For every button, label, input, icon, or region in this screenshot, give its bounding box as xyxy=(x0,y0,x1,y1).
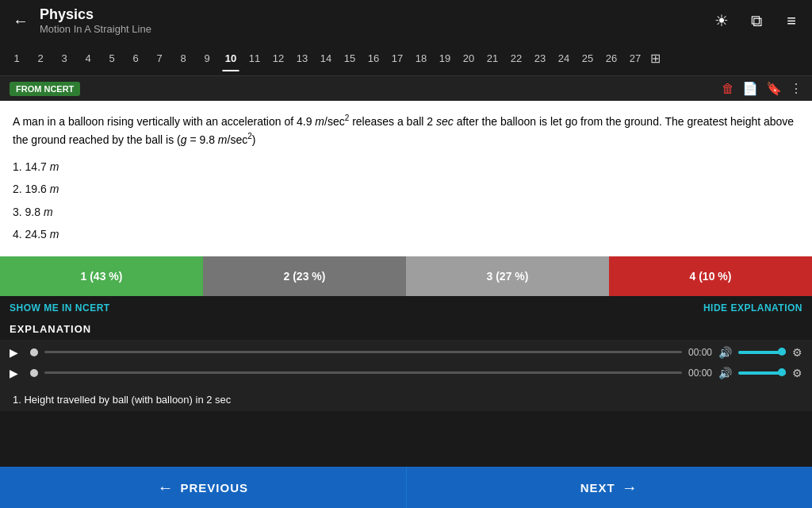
next-button[interactable]: NEXT → xyxy=(407,467,813,508)
question-grid-icon[interactable]: ⊞ xyxy=(650,51,661,66)
question-num-24[interactable]: 24 xyxy=(552,50,576,67)
question-num-25[interactable]: 25 xyxy=(576,50,599,67)
question-num-21[interactable]: 21 xyxy=(481,50,504,67)
filter-icon[interactable]: ≡ xyxy=(780,12,802,30)
audio-seek-dot-2 xyxy=(30,369,38,377)
volume-circle-2 xyxy=(778,368,786,376)
question-num-9[interactable]: 9 xyxy=(195,50,219,67)
volume-icon-1[interactable]: 🔊 xyxy=(718,346,732,359)
question-num-12[interactable]: 12 xyxy=(266,50,290,67)
question-num-22[interactable]: 22 xyxy=(504,50,528,67)
option-item[interactable]: 1. 14.7 m xyxy=(13,156,799,177)
volume-bar-1[interactable] xyxy=(738,351,786,354)
question-num-3[interactable]: 3 xyxy=(52,50,76,67)
question-num-18[interactable]: 18 xyxy=(409,50,433,67)
answer-btn-gray2[interactable]: 3 (27 %) xyxy=(406,256,609,296)
bottom-nav: ← PREVIOUS NEXT → xyxy=(0,467,812,508)
audio-player-1: ▶ 00:00 🔊 ⚙ xyxy=(10,346,802,359)
action-bar: SHOW ME IN NCERT HIDE EXPLANATION xyxy=(0,296,812,320)
volume-circle-1 xyxy=(778,348,786,356)
question-num-6[interactable]: 6 xyxy=(124,50,147,67)
question-num-4[interactable]: 4 xyxy=(76,50,100,67)
header-title-block: Physics Motion In A Straight Line xyxy=(40,6,703,36)
question-num-23[interactable]: 23 xyxy=(528,50,552,67)
ncert-icons: 🗑 📄 🔖 ⋮ xyxy=(722,81,802,96)
options-list: 1. 14.7 m2. 19.6 m3. 9.8 m4. 24.5 m xyxy=(13,156,799,245)
question-num-10[interactable]: 10 xyxy=(219,50,243,67)
audio-section: ▶ 00:00 🔊 ⚙ ▶ 00:00 🔊 ⚙ xyxy=(0,340,812,386)
ncert-bar: FROM NCERT 🗑 📄 🔖 ⋮ xyxy=(0,76,812,101)
ncert-badge: FROM NCERT xyxy=(10,82,80,96)
play-button-2[interactable]: ▶ xyxy=(10,367,24,379)
audio-track-2[interactable] xyxy=(44,371,682,374)
answer-buttons: 1 (43 %)2 (23 %)3 (27 %)4 (10 %) xyxy=(0,256,812,296)
show-ncert-link[interactable]: SHOW ME IN NCERT xyxy=(10,302,110,314)
question-number-bar: 1234567891011121314151617181920212223242… xyxy=(0,41,812,76)
app-title: Physics xyxy=(40,6,703,24)
question-num-20[interactable]: 20 xyxy=(457,50,481,67)
header-icons: ☀ ⧉ ≡ xyxy=(710,11,802,30)
delete-icon[interactable]: 🗑 xyxy=(722,82,734,96)
next-arrow-icon: → xyxy=(622,479,638,497)
file-icon[interactable]: 📄 xyxy=(742,81,758,96)
question-num-7[interactable]: 7 xyxy=(147,50,171,67)
question-num-19[interactable]: 19 xyxy=(433,50,457,67)
explanation-text: 1. Height travelled by ball (with balloo… xyxy=(0,386,812,412)
prev-label: PREVIOUS xyxy=(180,481,248,495)
audio-seek-dot-1 xyxy=(30,348,38,356)
question-num-5[interactable]: 5 xyxy=(100,50,124,67)
answer-btn-green[interactable]: 1 (43 %) xyxy=(0,256,203,296)
explanation-label: EXPLANATION xyxy=(0,320,812,340)
hide-explanation-link[interactable]: HIDE EXPLANATION xyxy=(703,302,802,314)
settings-icon-1[interactable]: ⚙ xyxy=(792,346,802,359)
question-num-8[interactable]: 8 xyxy=(171,50,195,67)
next-label: NEXT xyxy=(580,481,615,495)
question-text: A man in a balloon rising vertically wit… xyxy=(13,112,799,148)
question-num-27[interactable]: 27 xyxy=(623,50,647,67)
more-icon[interactable]: ⋮ xyxy=(790,81,802,96)
question-num-15[interactable]: 15 xyxy=(338,50,362,67)
audio-time-2: 00:00 xyxy=(688,368,712,379)
question-num-14[interactable]: 14 xyxy=(314,50,338,67)
answer-btn-red[interactable]: 4 (10 %) xyxy=(609,256,812,296)
audio-time-1: 00:00 xyxy=(688,347,712,358)
volume-icon-2[interactable]: 🔊 xyxy=(718,367,732,379)
app-subtitle: Motion In A Straight Line xyxy=(40,23,703,35)
option-item[interactable]: 2. 19.6 m xyxy=(13,179,799,199)
question-num-1[interactable]: 1 xyxy=(5,50,29,67)
bookmark-icon[interactable]: 🔖 xyxy=(766,81,782,96)
play-button-1[interactable]: ▶ xyxy=(10,346,24,359)
audio-player-2: ▶ 00:00 🔊 ⚙ xyxy=(10,367,802,379)
prev-arrow-icon: ← xyxy=(157,479,174,497)
volume-bar-2[interactable] xyxy=(738,371,786,375)
option-item[interactable]: 3. 9.8 m xyxy=(13,202,799,222)
question-num-17[interactable]: 17 xyxy=(385,50,409,67)
question-num-26[interactable]: 26 xyxy=(599,50,623,67)
back-button[interactable]: ← xyxy=(10,12,32,30)
answer-btn-gray[interactable]: 2 (23 %) xyxy=(203,256,406,296)
question-area: A man in a balloon rising vertically wit… xyxy=(0,101,812,256)
brightness-icon[interactable]: ☀ xyxy=(710,11,733,30)
settings-icon-2[interactable]: ⚙ xyxy=(792,367,802,379)
question-num-11[interactable]: 11 xyxy=(243,50,266,67)
header: ← Physics Motion In A Straight Line ☀ ⧉ … xyxy=(0,0,812,41)
previous-button[interactable]: ← PREVIOUS xyxy=(0,467,407,508)
audio-track-1[interactable] xyxy=(44,351,682,353)
question-num-2[interactable]: 2 xyxy=(29,50,52,67)
question-num-16[interactable]: 16 xyxy=(362,50,385,67)
layers-icon[interactable]: ⧉ xyxy=(745,12,768,30)
question-num-13[interactable]: 13 xyxy=(290,50,314,67)
option-item[interactable]: 4. 24.5 m xyxy=(13,224,799,244)
